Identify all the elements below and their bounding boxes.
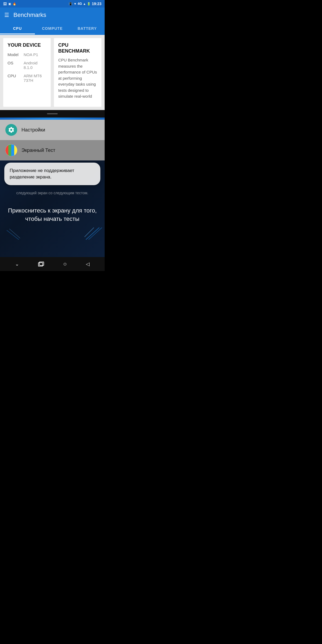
- nav-down-button[interactable]: ⌄: [13, 259, 21, 269]
- sim-icon: ▣: [8, 2, 11, 6]
- model-value: NOA P1: [24, 52, 38, 57]
- os-label: OS: [8, 61, 24, 70]
- device-card: YOUR DEVICE Model NOA P1 OS Android 8.1.…: [3, 38, 51, 107]
- screen-test-icon-container: [5, 144, 17, 156]
- tab-compute[interactable]: COMPUTE: [35, 23, 70, 34]
- touch-prompt-text: Прикоснитесь к экрану для того, чтобы на…: [8, 207, 97, 222]
- device-card-heading: YOUR DEVICE: [8, 42, 46, 48]
- battery-icon: 🔋: [87, 2, 91, 6]
- bottom-half: Настройки Экранный Тест Приложение не по…: [0, 118, 105, 257]
- status-bar: 🖼 ▣ 🔥 📳 ▼ 4G ▲ 🔋 19:23: [0, 0, 105, 8]
- yellow-bar: [14, 144, 17, 156]
- tab-cpu[interactable]: CPU: [0, 23, 35, 34]
- toast-dialog: Приложение не поддерживает разделение эк…: [4, 163, 100, 185]
- tab-battery[interactable]: BATTERY: [70, 23, 105, 34]
- gear-icon: [8, 126, 15, 133]
- signal-bars-icon: ▲: [83, 2, 86, 5]
- svg-rect-5: [38, 263, 43, 266]
- menu-item-settings[interactable]: Настройки: [0, 120, 105, 140]
- nav-back-button[interactable]: ◁: [84, 259, 92, 269]
- color-bars-icon: [5, 144, 17, 156]
- hamburger-icon[interactable]: ☰: [4, 12, 9, 18]
- green-bar: [8, 144, 11, 156]
- wifi-icon: ▼: [74, 2, 76, 5]
- cpu-value: ARM MT6 737H: [24, 74, 46, 83]
- screen-description: следующий экран со следующим тестом.: [0, 187, 105, 199]
- divider-bar: [0, 110, 105, 118]
- flame-icon: 🔥: [13, 2, 16, 6]
- vibrate-icon: 📳: [69, 2, 72, 6]
- menu-popup: Настройки Экранный Тест: [0, 120, 105, 160]
- os-value: Android 8.1.0: [24, 61, 46, 70]
- app-bar: ☰ Benchmarks: [0, 8, 105, 23]
- nav-bar: ⌄ ○ ◁: [0, 257, 105, 271]
- cpu-row: CPU ARM MT6 737H: [8, 74, 46, 83]
- diagonal-decoration-left: [5, 228, 21, 241]
- blue-bar: [11, 144, 14, 156]
- svg-line-2: [85, 228, 94, 237]
- cpu-label: CPU: [8, 74, 24, 83]
- red-bar: [5, 144, 8, 156]
- tab-bar: CPU COMPUTE BATTERY: [0, 23, 105, 35]
- status-bar-left: 🖼 ▣ 🔥: [3, 2, 67, 6]
- benchmark-card: CPU BENCHMARK CPU Benchmark measures the…: [54, 38, 101, 107]
- model-row: Model NOA P1: [8, 52, 46, 57]
- os-row: OS Android 8.1.0: [8, 61, 46, 70]
- toast-text: Приложение не поддерживает разделение эк…: [10, 168, 74, 180]
- settings-icon-container: [5, 124, 17, 136]
- screen-desc-text: следующий экран со следующим тестом.: [16, 191, 88, 195]
- menu-item-screen-test[interactable]: Экранный Тест: [0, 140, 105, 160]
- settings-label: Настройки: [21, 127, 45, 133]
- nav-recents-button[interactable]: [36, 259, 46, 269]
- content-area: YOUR DEVICE Model NOA P1 OS Android 8.1.…: [0, 35, 105, 110]
- signal-label: 4G: [78, 2, 82, 6]
- divider-pill: [47, 113, 58, 114]
- time-display: 19:23: [92, 2, 101, 6]
- svg-line-1: [89, 228, 102, 240]
- touch-prompt[interactable]: Прикоснитесь к экрану для того, чтобы на…: [0, 199, 105, 229]
- model-label: Model: [8, 52, 24, 57]
- blue-stripe: [0, 118, 105, 120]
- nav-home-button[interactable]: ○: [61, 258, 69, 270]
- app-bar-title: Benchmarks: [13, 12, 46, 19]
- benchmark-heading: CPU BENCHMARK: [58, 42, 97, 54]
- screen-test-label: Экранный Тест: [21, 148, 55, 153]
- svg-rect-6: [39, 262, 44, 265]
- status-icons: 📳 ▼ 4G ▲ 🔋 19:23: [69, 2, 101, 6]
- gallery-icon: 🖼: [3, 2, 7, 6]
- benchmark-description: CPU Benchmark measures the performance o…: [58, 57, 97, 100]
